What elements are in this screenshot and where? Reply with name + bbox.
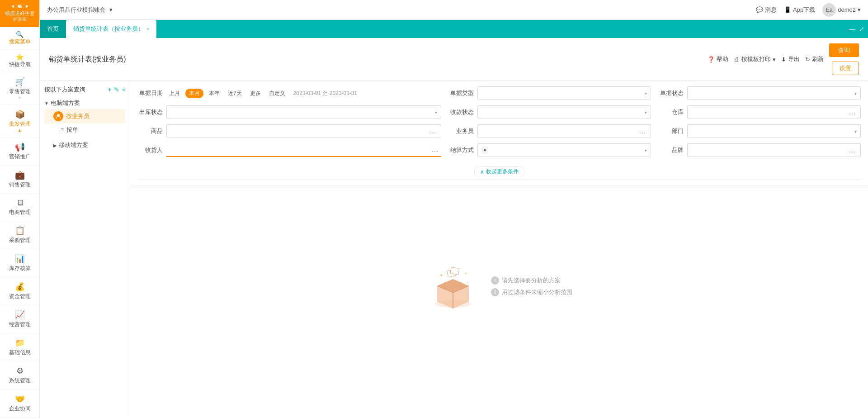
- inventory-icon: 📊: [2, 254, 38, 264]
- warehouse-input[interactable]: …: [687, 105, 861, 119]
- product-dots-icon: …: [429, 127, 437, 135]
- sidebar-item-finance[interactable]: 💰 资金管理: [0, 277, 39, 305]
- scheme-mobile-section[interactable]: ▶ 移动端方案: [44, 139, 125, 152]
- date-quick-select: 上月 本月 本年 近7天 更多 自定义: [166, 89, 288, 98]
- salesperson-dots-icon: …: [639, 127, 647, 135]
- scheme-pc-section: ▼ 电脑端方案 按业务员 ≡ 按单: [44, 97, 125, 136]
- filter-settlement-item: 结算方式 × ▾: [448, 143, 651, 157]
- filter-docstatus-item: 单据状态 ▾: [658, 86, 861, 100]
- date-range-text: 2023-03-01 至 2023-03-31: [293, 90, 357, 97]
- app-name: 畅捷通好生意: [5, 10, 35, 16]
- scheme-item-salesperson[interactable]: 按业务员: [44, 109, 125, 124]
- download-icon: 📱: [784, 6, 791, 13]
- tab-maximize-btn[interactable]: ⤢: [859, 25, 864, 33]
- consignee-input[interactable]: …: [166, 143, 441, 157]
- date-label: 单据日期: [137, 89, 163, 97]
- query-button[interactable]: 查询: [829, 43, 859, 57]
- svg-text:✦: ✦: [464, 271, 467, 276]
- brand-label: 品牌: [658, 146, 684, 154]
- department-select[interactable]: ▾: [687, 124, 861, 138]
- department-label: 部门: [658, 127, 684, 135]
- collapse-btn[interactable]: ∧ 收起更多条件: [474, 166, 524, 177]
- print-button[interactable]: 🖨 按模板打印 ▾: [734, 55, 776, 63]
- date-btn-custom[interactable]: 自定义: [266, 89, 288, 98]
- docstatus-select[interactable]: ▾: [687, 86, 861, 100]
- refresh-button[interactable]: ↻ 刷新: [805, 55, 824, 63]
- brand-input[interactable]: …: [687, 143, 861, 157]
- user-dropdown-icon: ▾: [858, 6, 861, 13]
- consignee-label: 收货人: [137, 146, 163, 154]
- sidebar: 畅 畅捷通好生意 标准版 🔍 搜索菜单 ⭐ 快捷导航 🛒 零售管理 ▼ 📦 批发…: [0, 0, 40, 418]
- main-content: 办公用品行业模拟账套 ▾ 💬 消息 📱 App下载 Ea demo2 ▾ 首: [40, 0, 868, 418]
- scheme-add-btn[interactable]: +: [108, 86, 111, 93]
- sidebar-search[interactable]: 🔍 搜索菜单: [0, 27, 39, 50]
- scheme-item-by-order[interactable]: ≡ 按单: [44, 124, 125, 136]
- sub-item-icon: ≡: [61, 127, 64, 133]
- mobile-arrow-icon: ▶: [53, 143, 57, 148]
- date-btn-this-year[interactable]: 本年: [206, 89, 222, 98]
- page-actions: ❓ 帮助 🖨 按模板打印 ▾ ⬇ 导出 ↻ 刷新 查询: [708, 43, 859, 75]
- sidebar-item-marketing[interactable]: 📢 营销推广: [0, 138, 39, 166]
- tab-home[interactable]: 首页: [40, 20, 66, 38]
- scheme-item-icon: [53, 111, 63, 121]
- scheme-pc-header[interactable]: ▼ 电脑端方案: [44, 97, 125, 109]
- sidebar-quick-nav[interactable]: ⭐ 快捷导航: [0, 50, 39, 72]
- product-input[interactable]: …: [166, 124, 441, 138]
- filter-salesperson-item: 业务员 …: [448, 124, 651, 138]
- date-btn-last-month[interactable]: 上月: [166, 89, 183, 98]
- doctype-select[interactable]: ▾: [477, 86, 651, 100]
- step1-num: 1: [491, 276, 499, 285]
- filter-section: 单据日期 上月 本月 本年 近7天 更多 自定义 20: [130, 81, 868, 185]
- svg-rect-5: [450, 267, 459, 275]
- help-button[interactable]: ❓ 帮助: [708, 55, 728, 63]
- breadcrumb-arrow: ▾: [109, 6, 113, 13]
- salesperson-input[interactable]: …: [477, 124, 651, 138]
- collection-label: 收款状态: [448, 108, 474, 116]
- shipstatus-select[interactable]: ▾: [166, 105, 441, 119]
- print-dropdown-icon: ▾: [773, 56, 776, 63]
- breadcrumb-text: 办公用品行业模拟账套: [47, 6, 106, 14]
- warehouse-dots-icon: …: [849, 108, 857, 116]
- app-download-button[interactable]: 📱 App下载: [784, 6, 815, 14]
- date-btn-7days[interactable]: 近7天: [225, 89, 245, 98]
- pc-arrow-icon: ▼: [44, 101, 49, 106]
- sidebar-item-wholesale[interactable]: 📦 批发管理 ▲: [0, 105, 39, 138]
- sidebar-item-purchase[interactable]: 📋 采购管理: [0, 221, 39, 249]
- scheme-collapse-btn[interactable]: «: [122, 86, 125, 93]
- top-header: 办公用品行业模拟账套 ▾ 💬 消息 📱 App下载 Ea demo2 ▾: [40, 0, 868, 20]
- scheme-header: 按以下方案查询 + ✎ «: [44, 86, 125, 94]
- sidebar-item-operation[interactable]: 📈 经营管理: [0, 305, 39, 333]
- svg-text:✦: ✦: [467, 281, 469, 284]
- sidebar-item-basic[interactable]: 📁 基础信息: [0, 333, 39, 361]
- print-icon: 🖨: [734, 56, 740, 63]
- export-icon: ⬇: [781, 56, 786, 63]
- user-profile[interactable]: Ea demo2 ▾: [822, 3, 861, 17]
- top-right-actions: 💬 消息 📱 App下载 Ea demo2 ▾: [756, 3, 861, 17]
- date-btn-this-month[interactable]: 本月: [185, 89, 203, 98]
- svg-text:畅: 畅: [18, 5, 22, 8]
- sidebar-item-system[interactable]: ⚙ 系统管理: [0, 361, 39, 390]
- tab-active[interactable]: 销货单统计表（按业务员） ×: [66, 20, 156, 38]
- settlement-select[interactable]: × ▾: [477, 143, 651, 157]
- settings-button[interactable]: 设置: [832, 62, 859, 75]
- sidebar-item-retail[interactable]: 🛒 零售管理 ▼: [0, 72, 39, 105]
- scheme-edit-btn[interactable]: ✎: [114, 86, 119, 93]
- sidebar-item-ecommerce[interactable]: 🖥 电商管理: [0, 194, 39, 221]
- help-icon: ❓: [708, 56, 715, 63]
- tab-bar: 首页 销货单统计表（按业务员） × — ⤢: [40, 20, 868, 38]
- sidebar-item-sales[interactable]: 💼 销售管理: [0, 166, 39, 194]
- sidebar-item-inventory[interactable]: 📊 库存核算: [0, 249, 39, 277]
- page-title: 销货单统计表(按业务员): [49, 55, 126, 64]
- tab-close-icon[interactable]: ×: [146, 26, 149, 32]
- export-button[interactable]: ⬇ 导出: [781, 55, 800, 63]
- message-button[interactable]: 💬 消息: [756, 6, 777, 14]
- collection-select[interactable]: ▾: [477, 105, 651, 119]
- filter-product-item: 商品 …: [137, 124, 441, 138]
- date-btn-more[interactable]: 更多: [247, 89, 264, 98]
- tab-minimize-btn[interactable]: —: [849, 25, 855, 33]
- query-buttons: 查询 设置: [829, 43, 859, 75]
- marketing-icon: 📢: [2, 142, 38, 152]
- filter-row-4: 收货人 … 结算方式 × ▾: [137, 143, 861, 157]
- sidebar-item-cooperation[interactable]: 🤝 企业协同: [0, 390, 39, 418]
- doctype-arrow-icon: ▾: [645, 91, 647, 96]
